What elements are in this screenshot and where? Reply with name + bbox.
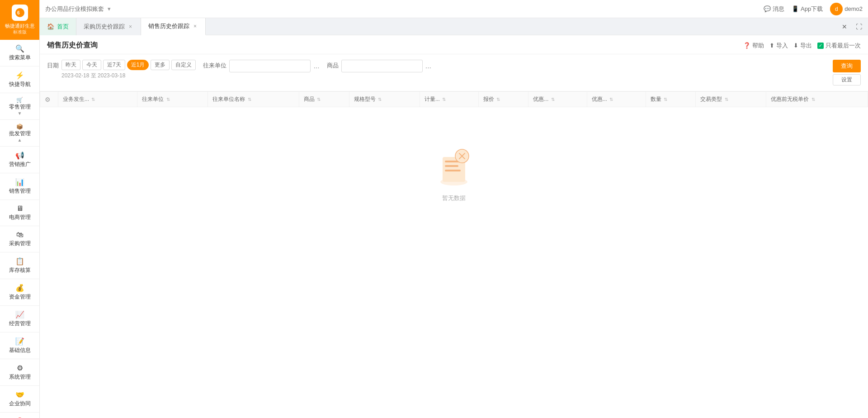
empty-illustration — [431, 143, 476, 189]
product-dots-button[interactable]: ... — [425, 62, 431, 70]
inventory-icon: 📋 — [2, 257, 38, 266]
tab-sales-history[interactable]: 销售历史价跟踪 × — [141, 18, 206, 35]
th-discount1[interactable]: 优惠... ⇅ — [528, 92, 587, 107]
th-unit[interactable]: 计量... ⇅ — [420, 92, 478, 107]
sidebar-item-inventory[interactable]: 📋 库存核算 — [0, 252, 39, 279]
sidebar-item-search-menu[interactable]: 🔍 搜索菜单 — [0, 40, 39, 66]
sort-icon-partner-code: ⇅ — [166, 97, 170, 102]
th-discount2[interactable]: 优惠... ⇅ — [587, 92, 646, 107]
sidebar-item-retail-mgmt[interactable]: 🛒 零售管理 ▼ — [0, 93, 39, 120]
message-button[interactable]: 💬 消息 — [764, 5, 784, 13]
search-icon: 🔍 — [2, 44, 38, 53]
svg-rect-5 — [445, 165, 458, 167]
import-icon: ⬆ — [769, 42, 774, 49]
export-button[interactable]: ⬇ 导出 — [793, 42, 812, 50]
quick-nav-icon: ⚡ — [2, 71, 38, 80]
user-menu[interactable]: d demo2 — [830, 3, 863, 15]
tabbar: 🏠 首页 采购历史价跟踪 × 销售历史价跟踪 × ✕ ⛶ — [40, 18, 868, 35]
sidebar-item-basic-info[interactable]: 📝 基础信息 — [0, 332, 39, 359]
date-btn-more[interactable]: 更多 — [151, 60, 170, 70]
help-button[interactable]: ❓ 帮助 — [743, 42, 764, 50]
topbar: 办公用品行业模拟账套 ▾ 💬 消息 📱 App下载 d demo2 — [40, 0, 868, 18]
maximize-button[interactable]: ⛶ — [854, 21, 864, 32]
th-quantity[interactable]: 数量 ⇅ — [646, 92, 696, 107]
import-button[interactable]: ⬆ 导入 — [769, 42, 788, 50]
only-last-checkbox-label[interactable]: ✓ 只看最后一次 — [817, 42, 861, 50]
product-input-group: ... — [341, 60, 431, 72]
th-partner-code[interactable]: 往来单位 ⇅ — [137, 92, 208, 107]
table-header-row: ⚙ 业务发生... ⇅ 往来单位 ⇅ 往来单位名称 ⇅ — [40, 92, 868, 107]
sort-icon-spec: ⇅ — [378, 97, 382, 102]
th-spec[interactable]: 规格型号 ⇅ — [349, 92, 420, 107]
th-business-date-label: 业务发生... — [63, 96, 89, 102]
message-icon: 💬 — [764, 5, 771, 12]
sidebar-item-wholesale-mgmt[interactable]: 📦 批发管理 ▲ — [0, 120, 39, 147]
app-name: 畅捷通好生意 — [5, 23, 35, 29]
date-buttons: 昨天 今天 近7天 近1月 更多 自定义 — [61, 60, 196, 70]
svg-rect-6 — [445, 170, 461, 171]
sidebar-item-purchase-mgmt[interactable]: 🛍 采购管理 — [0, 226, 39, 252]
sidebar-item-system-mgmt[interactable]: ⚙ 系统管理 — [0, 359, 39, 386]
filter-actions: 查询 设置 — [833, 60, 861, 86]
sidebar: 6 畅捷通好生意 标准版 🔍 搜索菜单 ⚡ 快捷导航 🛒 零售管理 ▼ 📦 批发… — [0, 0, 40, 418]
th-partner-name[interactable]: 往来单位名称 ⇅ — [208, 92, 299, 107]
topbar-dropdown-icon[interactable]: ▾ — [108, 5, 111, 12]
sidebar-item-sales-label: 销售管理 — [2, 187, 38, 195]
sort-icon-quantity: ⇅ — [664, 97, 667, 102]
marketing-icon: 📢 — [2, 151, 38, 160]
partner-input[interactable] — [229, 60, 311, 72]
th-settings[interactable]: ⚙ — [40, 92, 58, 107]
th-quoted-price[interactable]: 报价 ⇅ — [478, 92, 528, 107]
th-product-label: 商品 — [304, 96, 315, 102]
th-pre-tax-price[interactable]: 优惠前无税单价 ⇅ — [766, 92, 868, 107]
wholesale-mgmt-icon: 📦 — [16, 124, 23, 130]
sidebar-item-sales-mgmt[interactable]: 📊 销售管理 — [0, 173, 39, 200]
th-trade-type[interactable]: 交易类型 ⇅ — [696, 92, 766, 107]
sidebar-item-ecommerce[interactable]: 🖥 电商管理 — [0, 200, 39, 226]
tab-purchase-close[interactable]: × — [127, 23, 133, 30]
tab-sales-close[interactable]: × — [192, 23, 198, 30]
th-business-date[interactable]: 业务发生... ⇅ — [58, 92, 137, 107]
sidebar-item-enterprise-label: 企业协同 — [2, 400, 38, 408]
topbar-title: 办公用品行业模拟账套 — [45, 5, 104, 13]
date-btn-yesterday[interactable]: 昨天 — [61, 60, 80, 70]
partner-dots-button[interactable]: ... — [313, 62, 319, 70]
sidebar-item-system-label: 系统管理 — [2, 373, 38, 381]
svg-point-0 — [15, 8, 24, 17]
sidebar-item-guide[interactable]: 🎯 新手引导 — [0, 413, 39, 418]
retail-mgmt-icon: 🛒 — [16, 97, 23, 103]
avatar: d — [830, 3, 843, 15]
date-btn-last1month[interactable]: 近1月 — [127, 60, 149, 70]
sidebar-item-marketing[interactable]: 📢 营销推广 — [0, 147, 39, 173]
sidebar-item-retail-label: 零售管理 — [9, 103, 31, 111]
sidebar-item-operations[interactable]: 📈 经营管理 — [0, 306, 39, 332]
th-partner-code-label: 往来单位 — [142, 96, 164, 102]
tab-purchase-history[interactable]: 采购历史价跟踪 × — [76, 18, 141, 35]
sidebar-item-quick-nav[interactable]: ⚡ 快捷导航 — [0, 66, 39, 93]
help-icon: ❓ — [743, 42, 750, 49]
th-pre-tax-price-label: 优惠前无税单价 — [771, 96, 809, 102]
app-download-button[interactable]: 📱 App下载 — [792, 5, 823, 13]
date-btn-custom[interactable]: 自定义 — [171, 60, 196, 70]
query-button[interactable]: 查询 — [833, 60, 861, 72]
th-discount2-label: 优惠... — [592, 96, 607, 102]
tab-controls: ✕ ⛶ — [839, 21, 868, 32]
tab-home[interactable]: 🏠 首页 — [40, 18, 76, 35]
table-settings-icon[interactable]: ⚙ — [45, 96, 51, 103]
logo-icon: 6 — [12, 5, 28, 21]
sidebar-item-enterprise[interactable]: 🤝 企业协同 — [0, 386, 39, 413]
th-product[interactable]: 商品 ⇅ — [299, 92, 349, 107]
date-btn-last7days[interactable]: 近7天 — [103, 60, 125, 70]
checkbox-checked-icon: ✓ — [817, 43, 824, 49]
th-trade-type-label: 交易类型 — [700, 96, 722, 102]
sort-icon-partner-name: ⇅ — [248, 97, 251, 102]
product-input[interactable] — [341, 60, 423, 72]
close-all-tabs-button[interactable]: ✕ — [839, 21, 850, 32]
sort-icon-trade-type: ⇅ — [725, 97, 728, 102]
th-unit-label: 计量... — [425, 96, 440, 102]
sidebar-item-finance[interactable]: 💰 资金管理 — [0, 279, 39, 306]
chevron-up-icon: ▲ — [18, 138, 22, 142]
date-btn-today[interactable]: 今天 — [82, 60, 101, 70]
product-filter-label: 商品 — [327, 60, 339, 70]
settings-button[interactable]: 设置 — [833, 74, 861, 86]
